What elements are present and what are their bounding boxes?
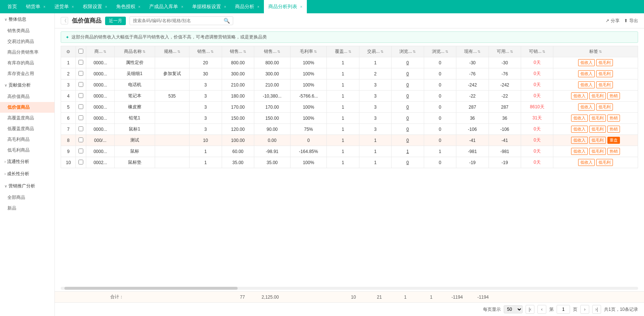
first-page-button[interactable]: |‹ (526, 305, 534, 314)
row-checkbox[interactable] (78, 160, 83, 164)
browse-link[interactable]: 0 (406, 71, 409, 77)
row-checkbox[interactable] (78, 115, 83, 120)
time-filter-button[interactable]: 近一月 (105, 17, 126, 25)
row-checkbox[interactable] (78, 82, 83, 87)
td-checkbox[interactable] (76, 135, 86, 146)
td-browse1[interactable]: 1 (392, 146, 424, 157)
td-browse1[interactable]: 0 (392, 79, 424, 91)
sidebar-item-traded-products[interactable]: 交易过的商品 (0, 36, 54, 47)
nav-product-analysis-list[interactable]: 商品分析列表 × (264, 0, 307, 13)
sidebar-item-low-value[interactable]: 低价值商品 (0, 102, 54, 113)
row-checkbox[interactable] (78, 93, 83, 98)
scrollbar-thumb[interactable] (64, 287, 238, 290)
prev-page-button[interactable]: ‹ (537, 305, 546, 314)
search-icon[interactable]: 🔍 (224, 18, 230, 24)
sidebar-item-low-coverage[interactable]: 低覆盖度商品 (0, 123, 54, 134)
td-browse1[interactable]: 0 (392, 135, 424, 146)
th-saleable[interactable]: 可销...⇅ (521, 46, 553, 57)
row-checkbox[interactable] (78, 126, 83, 131)
th-code[interactable]: 商...⇅ (86, 46, 114, 57)
select-all-checkbox[interactable] (78, 49, 83, 54)
td-browse1[interactable]: 0 (392, 68, 424, 79)
browse-link[interactable]: 1 (406, 149, 409, 154)
sidebar-item-high-coverage[interactable]: 高覆盖度商品 (0, 113, 54, 123)
share-button[interactable]: ↗ 分享 (606, 18, 620, 24)
sidebar-item-category-sales-rate[interactable]: 商品分类销售率 (0, 47, 54, 58)
th-current[interactable]: 现有...⇅ (456, 46, 489, 57)
row-checkbox[interactable] (78, 137, 83, 142)
sidebar-item-all-products[interactable]: 全部商品 (0, 192, 54, 203)
close-icon[interactable]: × (72, 5, 74, 9)
th-trade[interactable]: 交易...⇅ (359, 46, 391, 57)
td-checkbox[interactable] (76, 91, 86, 102)
th-coverage[interactable]: 覆盖...⇅ (327, 46, 359, 57)
nav-permissions[interactable]: 权限设置 × (78, 0, 112, 13)
nav-home[interactable]: 首页 (3, 0, 21, 13)
browse-link[interactable]: 0 (406, 138, 409, 143)
close-icon[interactable]: × (105, 5, 107, 9)
sidebar-item-inventory-products[interactable]: 有库存的商品 (0, 58, 54, 68)
settings-icon[interactable]: ⚙ (66, 49, 70, 54)
td-browse1[interactable]: 0 (392, 91, 424, 102)
td-checkbox[interactable] (76, 57, 86, 68)
td-browse1[interactable]: 0 (392, 102, 424, 113)
sidebar-item-high-margin[interactable]: 高毛利商品 (0, 134, 54, 145)
close-icon[interactable]: × (43, 5, 46, 9)
td-checkbox[interactable] (76, 113, 86, 124)
page-input[interactable] (557, 305, 570, 314)
th-sales-profit[interactable]: 销售...⇅ (254, 46, 290, 57)
sidebar-item-sales-products[interactable]: 销售类商品 (0, 26, 54, 36)
close-icon[interactable]: × (224, 5, 226, 9)
browse-link[interactable]: 0 (406, 82, 409, 88)
nav-product-entry[interactable]: 产成品入库单 × (145, 0, 188, 13)
close-icon[interactable]: × (257, 5, 259, 9)
collapse-button[interactable]: 《 (61, 17, 68, 24)
browse-link[interactable]: 0 (406, 116, 409, 121)
sidebar-group-marketing[interactable]: ∨ 营销推广分析 (0, 180, 54, 192)
row-checkbox[interactable] (78, 149, 83, 153)
sidebar-item-new-products[interactable]: 新品 (0, 203, 54, 214)
browse-link[interactable]: 0 (406, 94, 409, 99)
browse-link[interactable]: 0 (406, 127, 409, 132)
sidebar-group-liquidity[interactable]: › 流通性分析 (0, 156, 54, 168)
nav-roles[interactable]: 角色授权 × (112, 0, 145, 13)
td-browse1[interactable]: 0 (392, 157, 424, 168)
browse-link[interactable]: 0 (406, 60, 409, 65)
th-spec[interactable]: 规格...⇅ (155, 46, 189, 57)
sidebar-group-growth[interactable]: › 成长性分析 (0, 168, 54, 180)
search-input[interactable] (133, 18, 222, 23)
nav-sales-order[interactable]: 销货单 × (21, 0, 50, 13)
sidebar-item-low-margin[interactable]: 低毛利商品 (0, 145, 54, 156)
td-checkbox[interactable] (76, 68, 86, 79)
nav-purchase-order[interactable]: 进货单 × (50, 0, 78, 13)
sidebar-item-high-value[interactable]: 高价值商品 (0, 91, 54, 102)
browse-link[interactable]: 0 (406, 105, 409, 110)
browse-link[interactable]: 0 (406, 160, 409, 165)
horizontal-scrollbar[interactable] (61, 287, 638, 290)
row-checkbox[interactable] (78, 60, 83, 65)
th-tags[interactable]: 标签⇅ (553, 46, 638, 57)
close-icon[interactable]: × (300, 5, 302, 9)
th-available[interactable]: 可用...⇅ (489, 46, 521, 57)
page-size-select[interactable]: 50 100 200 (504, 305, 523, 313)
th-browse2[interactable]: 浏览...⇅ (424, 46, 456, 57)
sidebar-group-overall[interactable]: ∨ 整体信息 (0, 13, 54, 26)
td-browse1[interactable]: 0 (392, 57, 424, 68)
nav-template[interactable]: 单据模板设置 × (188, 0, 231, 13)
td-checkbox[interactable] (76, 102, 86, 113)
td-checkbox[interactable] (76, 124, 86, 135)
sidebar-group-contribution[interactable]: ∨ 贡献值分析 (0, 79, 54, 91)
nav-product-analysis[interactable]: 商品分析 × (231, 0, 264, 13)
close-icon[interactable]: × (181, 5, 183, 9)
td-browse1[interactable]: 0 (392, 113, 424, 124)
th-sales-qty[interactable]: 销售...⇅ (189, 46, 222, 57)
td-browse1[interactable]: 0 (392, 124, 424, 135)
th-margin[interactable]: 毛利率⇅ (290, 46, 327, 57)
td-checkbox[interactable] (76, 157, 86, 168)
td-checkbox[interactable] (76, 79, 86, 91)
row-checkbox[interactable] (78, 104, 83, 109)
export-button[interactable]: ⬆ 导出 (624, 18, 638, 24)
close-icon[interactable]: × (138, 5, 141, 9)
row-checkbox[interactable] (78, 71, 83, 76)
th-name[interactable]: 商品名称⇅ (114, 46, 155, 57)
